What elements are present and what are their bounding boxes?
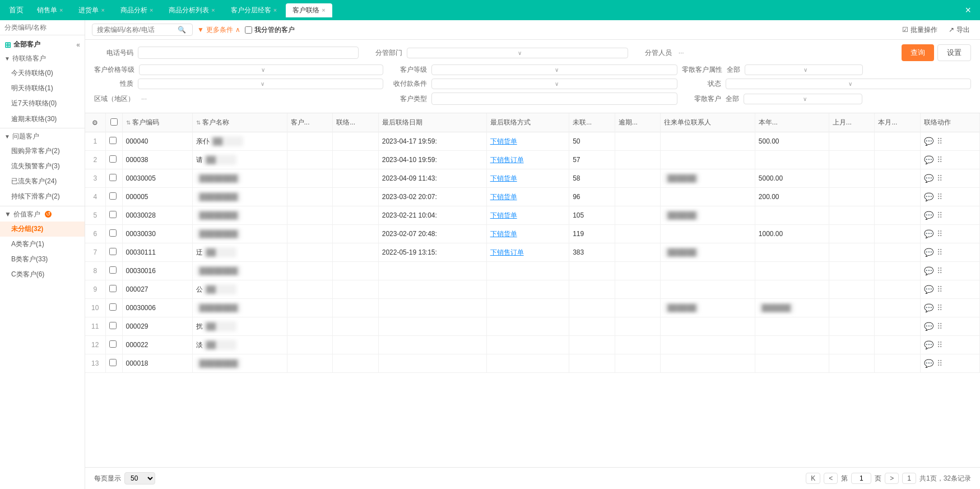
tab-customer-tier[interactable]: 客户分层经客 × <box>224 3 284 17</box>
next-page-button[interactable]: > <box>885 473 899 484</box>
category-search-input[interactable] <box>4 24 85 31</box>
row-checkbox[interactable] <box>109 248 117 255</box>
table-cell[interactable]: 下销货单 <box>486 206 569 225</box>
table-cell[interactable]: 下销货单 <box>486 132 569 151</box>
message-icon[interactable]: 💬 <box>924 359 933 368</box>
page-size-select[interactable]: 20 50 100 <box>124 472 155 485</box>
more-actions-icon[interactable]: ⠿ <box>937 322 942 331</box>
row-checkbox[interactable] <box>109 155 117 163</box>
message-icon[interactable]: 💬 <box>924 174 933 183</box>
sparse-customer-select[interactable]: ∨ <box>744 94 862 104</box>
col-last-contact-date[interactable]: 最后联络日期 <box>378 113 486 132</box>
col-last-contact-method[interactable]: 最后联络方式 <box>486 113 569 132</box>
my-customers-input[interactable] <box>245 26 252 34</box>
col-last-month[interactable]: 上月... <box>829 113 875 132</box>
row-checkbox-cell[interactable] <box>105 169 122 188</box>
row-checkbox[interactable] <box>109 285 117 292</box>
contact-method-link[interactable]: 下销货单 <box>490 230 517 238</box>
message-icon[interactable]: 💬 <box>924 266 933 275</box>
window-close-button[interactable]: × <box>960 4 976 16</box>
sidebar-item-churn-warning[interactable]: 流失预警客户(3) <box>0 159 85 174</box>
table-cell[interactable]: 下销售订单 <box>486 151 569 169</box>
tab-close-icon[interactable]: × <box>59 7 63 13</box>
tab-product-analysis-list[interactable]: 商品分析列表 × <box>162 3 221 17</box>
sidebar-item-unassigned-group[interactable]: 未分组(32) <box>0 222 85 237</box>
payment-select[interactable]: ∨ <box>431 79 677 89</box>
query-button[interactable]: 查询 <box>902 44 934 61</box>
row-checkbox-cell[interactable] <box>105 354 122 373</box>
col-this-year[interactable]: 本年... <box>755 113 829 132</box>
sidebar-item-churned[interactable]: 已流失客户(24) <box>0 174 85 189</box>
tab-close-icon[interactable]: × <box>322 7 325 13</box>
my-customers-checkbox[interactable]: 我分管的客户 <box>245 25 295 35</box>
more-conditions-button[interactable]: ▼ 更多条件 ∧ <box>197 25 240 35</box>
page-number-input[interactable] <box>851 473 871 484</box>
row-checkbox[interactable] <box>109 303 117 311</box>
more-actions-icon[interactable]: ⠿ <box>937 192 942 201</box>
search-input[interactable] <box>97 26 175 34</box>
row-checkbox-cell[interactable] <box>105 132 122 151</box>
tab-customer-contact[interactable]: 客户联络 × <box>286 3 332 17</box>
row-checkbox-cell[interactable] <box>105 225 122 243</box>
sidebar-section-value-customers[interactable]: ▼ 价值客户 ↺ <box>0 207 85 222</box>
col-not-contacted[interactable]: 未联... <box>569 113 615 132</box>
customer-type-input[interactable] <box>431 93 677 105</box>
message-icon[interactable]: 💬 <box>924 340 933 349</box>
row-checkbox-cell[interactable] <box>105 151 122 169</box>
row-checkbox-cell[interactable] <box>105 262 122 280</box>
more-actions-icon[interactable]: ⠿ <box>937 229 942 238</box>
reset-button[interactable]: 设置 <box>937 44 971 61</box>
row-checkbox-cell[interactable] <box>105 317 122 336</box>
row-checkbox[interactable] <box>109 174 117 181</box>
message-icon[interactable]: 💬 <box>924 137 933 146</box>
select-all-checkbox[interactable] <box>110 118 118 126</box>
more-actions-icon[interactable]: ⠿ <box>937 340 942 349</box>
col-name[interactable]: ⇅ 客户名称 <box>193 113 287 132</box>
row-checkbox[interactable] <box>109 192 117 200</box>
col-unit-contact[interactable]: 往来单位联系人 <box>661 113 755 132</box>
sidebar-item-tomorrow-pending[interactable]: 明天待联络(1) <box>0 81 85 96</box>
sidebar-item-overdue[interactable]: 逾期未联络(30) <box>0 112 85 127</box>
row-checkbox-cell[interactable] <box>105 280 122 299</box>
table-cell[interactable]: 下销货单 <box>486 225 569 243</box>
row-checkbox[interactable] <box>109 137 117 144</box>
contact-method-link[interactable]: 下销货单 <box>490 211 517 219</box>
tab-close-icon[interactable]: × <box>101 7 104 13</box>
customer-level-select[interactable]: ∨ <box>431 64 677 75</box>
row-checkbox-cell[interactable] <box>105 299 122 317</box>
more-actions-icon[interactable]: ⠿ <box>937 155 942 164</box>
row-checkbox[interactable] <box>109 340 117 348</box>
export-button[interactable]: ↗ 导出 <box>945 24 973 36</box>
region-dots[interactable]: ··· <box>139 95 149 103</box>
message-icon[interactable]: 💬 <box>924 303 933 312</box>
table-cell[interactable]: 下销售订单 <box>486 243 569 262</box>
row-checkbox-cell[interactable] <box>105 336 122 354</box>
col-this-month[interactable]: 本月... <box>875 113 921 132</box>
more-actions-icon[interactable]: ⠿ <box>937 174 942 183</box>
row-checkbox[interactable] <box>109 322 117 329</box>
row-checkbox-cell[interactable] <box>105 206 122 225</box>
row-checkbox[interactable] <box>109 266 117 274</box>
nature-select[interactable]: ∨ <box>138 79 383 89</box>
message-icon[interactable]: 💬 <box>924 285 933 294</box>
tab-product-analysis[interactable]: 商品分析 × <box>114 3 160 17</box>
col-contact[interactable]: 联络... <box>333 113 379 132</box>
tab-close-icon[interactable]: × <box>273 7 277 13</box>
first-page-button[interactable]: K <box>806 473 820 484</box>
settings-column-header[interactable]: ⚙ <box>85 113 105 132</box>
message-icon[interactable]: 💬 <box>924 155 933 164</box>
contact-method-link[interactable]: 下销货单 <box>490 174 517 182</box>
batch-operations-button[interactable]: ☑ 批量操作 <box>899 24 941 36</box>
more-actions-icon[interactable]: ⠿ <box>937 137 942 146</box>
sidebar-item-group-b[interactable]: B类客户(33) <box>0 252 85 267</box>
col-type[interactable]: 客户... <box>287 113 333 132</box>
col-overdue[interactable]: 逾期... <box>615 113 661 132</box>
row-checkbox[interactable] <box>109 229 117 237</box>
row-checkbox[interactable] <box>109 211 117 218</box>
message-icon[interactable]: 💬 <box>924 229 933 238</box>
sidebar-item-group-c[interactable]: C类客户(6) <box>0 267 85 282</box>
last-page-button[interactable]: 1 <box>902 473 916 484</box>
more-actions-icon[interactable]: ⠿ <box>937 285 942 294</box>
price-level-select[interactable]: ∨ <box>139 64 383 75</box>
contact-method-link[interactable]: 下销售订单 <box>490 156 524 164</box>
